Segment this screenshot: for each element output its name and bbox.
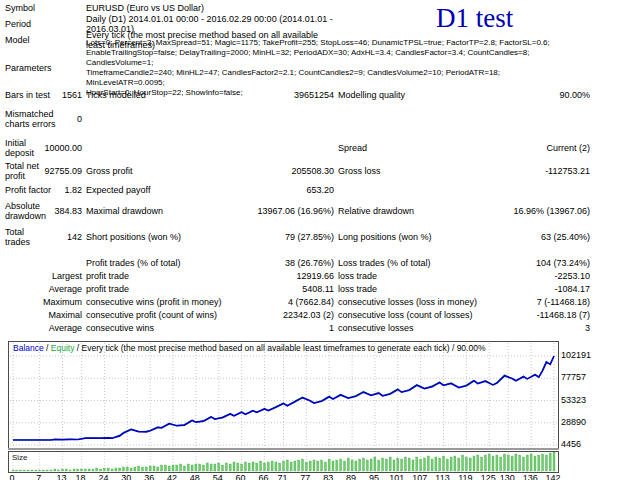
x-axis-label: 54 (206, 473, 230, 480)
maximal-consecutive-c6: -11468.18 (7) (430, 308, 590, 321)
maximum-consecutive-c6: 7 (-11468.18) (430, 295, 590, 308)
size-bar (183, 466, 185, 471)
x-axis-label: 136 (518, 473, 542, 480)
size-bar (229, 464, 231, 471)
average-consecutive-c4: 1 (214, 321, 334, 334)
absolute-drawdown-c6: 16.96% (13967.06) (430, 198, 590, 224)
x-axis-label: 24 (91, 473, 115, 480)
initial-deposit-c6: Current (2) (430, 136, 590, 160)
balance-equity-plot: Balance / Equity / Every tick (the most … (9, 342, 558, 448)
x-axis-label: 48 (183, 473, 207, 480)
table-row-profit-factor: Profit factor1.82Expected payoff653.20 (0, 182, 640, 198)
table-row-profit-trades: Profit trades (% of total)38 (26.76%)Los… (0, 256, 640, 269)
size-bar (43, 470, 45, 471)
size-bar (477, 455, 479, 471)
size-bar (481, 457, 483, 471)
total-trades-c6: 63 (25.40%) (430, 224, 590, 250)
table-row-total-net-profit: Total net profit92755.09Gross profit2055… (0, 160, 640, 182)
size-bar (484, 455, 486, 471)
size-bar (363, 458, 365, 471)
size-bar (511, 456, 513, 471)
y-axis-label: 4456 (561, 439, 607, 449)
initial-deposit-c2: 10000.00 (0, 136, 82, 160)
chart-legend: Balance / Equity / Every tick (the most … (13, 343, 486, 353)
size-bar (218, 463, 220, 471)
period-c1: Period (5, 16, 77, 32)
size-bar (115, 468, 117, 471)
size-bar (103, 468, 105, 471)
size-bar (534, 456, 536, 471)
symbol-c1: Symbol (5, 0, 77, 16)
size-bar (416, 457, 418, 471)
average-trade-c6: -1084.17 (430, 282, 590, 295)
bars-in-test-c4: 39651254 (214, 88, 334, 102)
profit-trades-c6: 104 (73.24%) (430, 256, 590, 269)
size-bar (309, 461, 311, 471)
size-bar (450, 457, 452, 471)
size-bar (496, 455, 498, 471)
size-bar (340, 459, 342, 471)
balance-equity-chart: Balance / Equity / Every tick (the most … (8, 341, 559, 449)
legend-description: / Every tick (the most precise method ba… (74, 343, 485, 353)
y-axis-label: 102191 (561, 350, 607, 360)
legend-balance: Balance (13, 343, 44, 353)
size-bar (298, 460, 300, 471)
table-row-parameters: ParametersLots=0; Percent=3; MaxSpread=5… (0, 48, 640, 88)
y-axis-label: 28890 (561, 417, 607, 427)
size-bar (233, 462, 235, 471)
absolute-drawdown-c2: 384.83 (0, 198, 82, 224)
size-bar (515, 454, 517, 471)
size-bar (20, 470, 22, 471)
size-bar (50, 470, 52, 471)
size-bar (374, 457, 376, 471)
largest-trade-c6: -2253.10 (430, 269, 590, 282)
size-bar (401, 459, 403, 471)
size-bar (134, 467, 136, 471)
size-bar (408, 458, 410, 471)
size-bar (54, 469, 56, 471)
size-bar (454, 456, 456, 471)
size-bar (404, 457, 406, 471)
size-bar (81, 469, 83, 471)
size-bar (397, 458, 399, 471)
size-bar (58, 470, 60, 471)
size-bar (492, 456, 494, 471)
size-bar (23, 470, 25, 471)
average-trade-c4: 5408.11 (214, 282, 334, 295)
average-consecutive-c2: Average (0, 321, 82, 334)
size-bar (267, 462, 269, 471)
size-bar (157, 467, 159, 471)
size-bar (317, 461, 319, 471)
size-bar (222, 465, 224, 471)
size-bar (237, 463, 239, 471)
parameters-lines: Lots=0; Percent=3; MaxSpread=51; Magic=1… (86, 48, 556, 88)
size-bar (351, 460, 353, 471)
maximal-consecutive-c2: Maximal (0, 308, 82, 321)
size-bar (149, 466, 151, 471)
x-axis-label: 42 (160, 473, 184, 480)
size-bar (271, 461, 273, 471)
model-c1: Model (5, 32, 77, 48)
x-axis-label: 71 (271, 473, 295, 480)
mismatched-charts-errors-c2: 0 (0, 102, 82, 136)
size-bar (252, 462, 254, 471)
size-bar (27, 470, 29, 471)
size-bar (206, 463, 208, 471)
x-axis-label: 95 (362, 473, 386, 480)
size-bar (107, 468, 109, 471)
maximal-consecutive-c4: 22342.03 (2) (214, 308, 334, 321)
parameters-line: Lots=0; Percent=3; MaxSpread=51; Magic=1… (86, 38, 550, 48)
size-bar (88, 469, 90, 471)
size-bar (504, 454, 506, 471)
x-axis-label: 0 (0, 473, 24, 480)
parameters-line: TimeframeCandle2=240; MinHL2=47; Candles… (86, 68, 556, 88)
size-bar (65, 469, 67, 471)
size-bar (130, 468, 132, 471)
average-trade-c2: Average (0, 282, 82, 295)
size-bar (553, 452, 555, 471)
size-bar (168, 466, 170, 471)
size-bar (393, 460, 395, 471)
size-bar (359, 459, 361, 471)
size-bar (431, 459, 433, 471)
size-bar (264, 463, 266, 471)
